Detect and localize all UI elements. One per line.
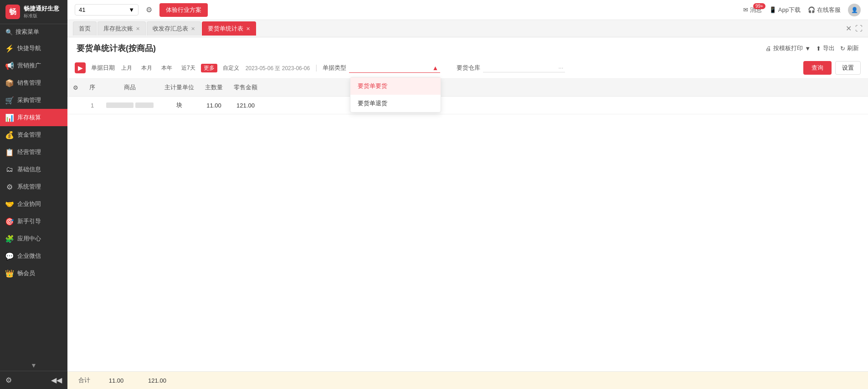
warehouse-filter-group: 要货仓库 ··· bbox=[457, 63, 565, 72]
sidebar-item-xiaoshou[interactable]: 📦 销售管理 bbox=[0, 74, 67, 92]
app-download-item[interactable]: 📱 App下载 bbox=[769, 6, 801, 14]
settings-button[interactable]: 设置 bbox=[835, 61, 861, 75]
content-area: 要货单统计表(按商品) 🖨 按模板打印 ▼ ⬆ 导出 ↻ 刷新 ▶ bbox=[67, 37, 868, 389]
tab-home[interactable]: 首页 bbox=[73, 21, 97, 36]
type-input[interactable] bbox=[351, 64, 432, 71]
tab-yaohuo-stat[interactable]: 要货单统计表 ✕ bbox=[202, 21, 256, 36]
sidebar-item-zijin[interactable]: 💰 资金管理 bbox=[0, 126, 67, 143]
tab-close-yaohuo-stat[interactable]: ✕ bbox=[246, 26, 250, 32]
qiye-icon: 🤝 bbox=[5, 200, 14, 208]
date-last-month-btn[interactable]: 上月 bbox=[118, 63, 136, 73]
sidebar-item-weixin[interactable]: 💬 企业微信 bbox=[0, 247, 67, 265]
print-icon: 🖨 bbox=[765, 45, 771, 52]
tab-expand-icon[interactable]: ⛶ bbox=[855, 25, 863, 33]
header-settings-icon[interactable]: ⚙ bbox=[146, 5, 152, 14]
collapse-sidebar-icon[interactable]: ◀◀ bbox=[51, 376, 62, 384]
service-icon: 🎧 bbox=[808, 6, 815, 13]
top-header: 41 ▼ ⚙ 体验行业方案 ✉ 消息 99+ 📱 App下载 🎧 在线客服 👤 bbox=[67, 0, 868, 20]
footer-label: 合计 bbox=[73, 376, 96, 384]
tab-close-shoufayuhui[interactable]: ✕ bbox=[191, 26, 195, 32]
row-qty: 11.00 bbox=[200, 97, 228, 114]
sidebar-item-kuaijie[interactable]: ⚡ 快捷导航 bbox=[0, 40, 67, 57]
date-this-year-btn[interactable]: 本年 bbox=[158, 63, 176, 73]
col-gear-header[interactable]: ⚙ bbox=[67, 79, 84, 97]
page-actions: 🖨 按模板打印 ▼ ⬆ 导出 ↻ 刷新 bbox=[765, 44, 859, 52]
col-unit-header: 主计量单位 bbox=[159, 79, 200, 97]
refresh-icon: ↻ bbox=[840, 45, 845, 52]
sidebar-item-xitong[interactable]: ⚙ 系统管理 bbox=[0, 178, 67, 195]
query-button[interactable]: 查询 bbox=[803, 61, 832, 75]
row-gear bbox=[67, 97, 84, 114]
app-icon: 📱 bbox=[769, 6, 776, 13]
product-name-placeholder bbox=[135, 102, 154, 108]
dropdown-item-yaohuo-dan[interactable]: 要货单要货 bbox=[350, 77, 441, 95]
sidebar-item-jingying[interactable]: 📋 经营管理 bbox=[0, 143, 67, 161]
store-dropdown-icon: ▼ bbox=[128, 6, 134, 13]
date-filter-group: 单据日期 上月 本月 本年 近7天 更多 自定义 2023-05-06 至 20… bbox=[91, 63, 310, 73]
col-qty-header: 主数量 bbox=[200, 79, 228, 97]
date-this-month-btn[interactable]: 本月 bbox=[138, 63, 156, 73]
tab-close-all-icon[interactable]: ✕ bbox=[846, 24, 852, 33]
sidebar-item-yingyong[interactable]: 🧩 应用中心 bbox=[0, 230, 67, 247]
sidebar-scroll-down[interactable]: ▼ bbox=[0, 360, 67, 371]
filter-bar: ▶ 单据日期 上月 本月 本年 近7天 更多 自定义 2023-05-06 至 … bbox=[67, 57, 868, 79]
type-input-wrap[interactable]: ▲ bbox=[349, 63, 440, 73]
date-custom-btn[interactable]: 自定义 bbox=[219, 63, 243, 73]
sidebar-item-jichu[interactable]: 🗂 基础信息 bbox=[0, 161, 67, 178]
col-num-header: 序 bbox=[84, 79, 101, 97]
trial-industry-button[interactable]: 体验行业方案 bbox=[159, 3, 208, 17]
sidebar-logo: 畅 畅捷通好生意 标准版 bbox=[0, 0, 67, 24]
product-image-placeholder bbox=[106, 102, 134, 108]
zijin-icon: 💰 bbox=[5, 131, 14, 139]
tab-shoufayuhui[interactable]: 收发存汇总表 ✕ bbox=[147, 21, 201, 36]
type-chevron-up-icon[interactable]: ▲ bbox=[432, 64, 438, 72]
footer-qty: 11.00 bbox=[96, 377, 137, 384]
type-filter-wrap: 单据类型 ▲ 要货单要货 要货单退货 bbox=[323, 63, 440, 73]
message-badge: 99+ bbox=[753, 3, 765, 9]
sidebar-item-xinshou[interactable]: 🎯 新手引导 bbox=[0, 213, 67, 230]
warehouse-selector[interactable]: ··· bbox=[483, 63, 565, 72]
avatar-text: 👤 bbox=[851, 7, 858, 13]
date-filter-label: 单据日期 bbox=[91, 64, 115, 72]
page-header: 要货单统计表(按商品) 🖨 按模板打印 ▼ ⬆ 导出 ↻ 刷新 bbox=[67, 37, 868, 57]
message-item[interactable]: ✉ 消息 99+ bbox=[743, 6, 762, 14]
row-unit: 块 bbox=[159, 97, 200, 114]
col-product-header: 商品 bbox=[101, 79, 159, 97]
date-last-7-days-btn[interactable]: 近7天 bbox=[178, 63, 199, 73]
sidebar-item-kucun[interactable]: 📊 库存核算 bbox=[0, 109, 67, 126]
col-amount-header: 零售金额 bbox=[228, 79, 263, 97]
settings-footer-icon[interactable]: ⚙ bbox=[5, 376, 12, 384]
type-filter-group: 单据类型 ▲ bbox=[323, 63, 440, 73]
user-avatar[interactable]: 👤 bbox=[848, 4, 861, 16]
logo-icon: 畅 bbox=[5, 5, 20, 19]
header-right: ✉ 消息 99+ 📱 App下载 🎧 在线客服 👤 bbox=[743, 4, 861, 16]
store-selector[interactable]: 41 ▼ bbox=[75, 4, 139, 15]
sidebar-item-huiyuan[interactable]: 👑 畅会员 bbox=[0, 265, 67, 282]
service-item[interactable]: 🎧 在线客服 bbox=[808, 6, 841, 14]
tab-kucun-batch[interactable]: 库存批次账 ✕ bbox=[98, 21, 146, 36]
export-icon: ⬆ bbox=[816, 45, 821, 52]
tab-close-kucun-batch[interactable]: ✕ bbox=[136, 26, 140, 32]
print-template-btn[interactable]: 🖨 按模板打印 ▼ bbox=[765, 44, 811, 52]
logo-text: 畅捷通好生意 标准版 bbox=[24, 5, 59, 19]
date-more-btn[interactable]: 更多 bbox=[201, 64, 217, 72]
weixin-icon: 💬 bbox=[5, 252, 14, 260]
tab-bar: 首页 库存批次账 ✕ 收发存汇总表 ✕ 要货单统计表 ✕ ✕ ⛶ bbox=[67, 20, 868, 37]
jichu-icon: 🗂 bbox=[5, 165, 14, 174]
sidebar-item-yingxiao[interactable]: 📢 营销推广 bbox=[0, 57, 67, 74]
sidebar-search[interactable]: 🔍 搜索菜单 bbox=[0, 24, 67, 40]
table-footer: 合计 11.00 121.00 bbox=[67, 371, 868, 389]
warehouse-filter-label: 要货仓库 bbox=[457, 64, 480, 72]
sidebar-item-qiye[interactable]: 🤝 企业协同 bbox=[0, 195, 67, 213]
date-range-display: 2023-05-06 至 2023-06-06 bbox=[246, 65, 310, 72]
page-title: 要货单统计表(按商品) bbox=[77, 43, 156, 54]
main-area: 41 ▼ ⚙ 体验行业方案 ✉ 消息 99+ 📱 App下载 🎧 在线客服 👤 bbox=[67, 0, 868, 389]
yingxiao-icon: 📢 bbox=[5, 61, 14, 70]
sidebar-item-caigou[interactable]: 🛒 采购管理 bbox=[0, 92, 67, 109]
data-table: ⚙ 序 商品 主计量单位 主数量 零售金额 1 bbox=[67, 79, 868, 114]
export-btn[interactable]: ⬆ 导出 bbox=[816, 44, 835, 52]
filter-toggle-btn[interactable]: ▶ bbox=[75, 62, 86, 73]
refresh-btn[interactable]: ↻ 刷新 bbox=[840, 44, 859, 52]
dropdown-item-yaohuo-tui[interactable]: 要货单退货 bbox=[350, 95, 441, 112]
row-product bbox=[101, 97, 159, 114]
